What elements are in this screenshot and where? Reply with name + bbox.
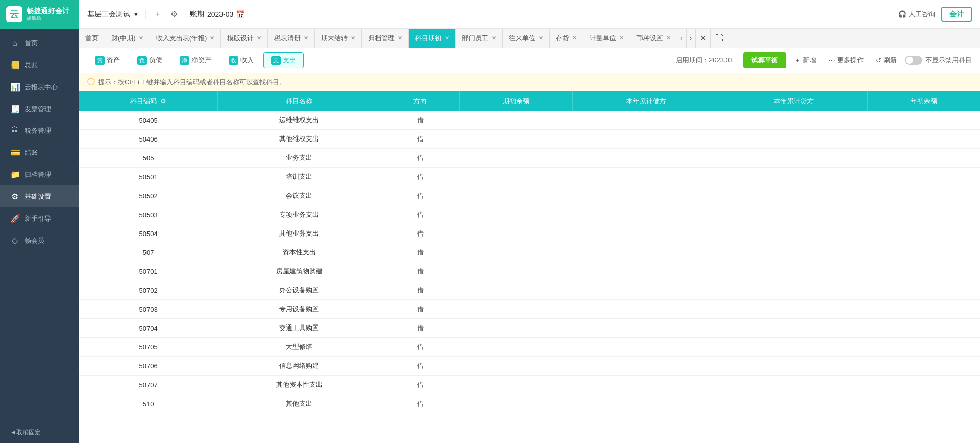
table-row[interactable]: 507 资本性支出 借 bbox=[79, 243, 980, 262]
tab-archive-close[interactable]: ✕ bbox=[398, 35, 402, 41]
table-row[interactable]: 50702 办公设备购置 借 bbox=[79, 281, 980, 300]
tab-subject-close[interactable]: ✕ bbox=[445, 35, 449, 41]
settings-company-button[interactable]: ⚙ bbox=[168, 7, 180, 21]
tab-dept-close[interactable]: ✕ bbox=[492, 35, 496, 41]
cell-dir: 借 bbox=[381, 205, 460, 224]
tab-vendor[interactable]: 往来单位 ✕ bbox=[503, 29, 550, 48]
col-settings-icon[interactable]: ⚙ bbox=[160, 97, 166, 105]
tab-midterm[interactable]: 财(中期) ✕ bbox=[105, 29, 150, 48]
table-row[interactable]: 510 其他支出 借 bbox=[79, 394, 980, 413]
sidebar-item-reports[interactable]: 📊 云报表中心 bbox=[0, 76, 79, 98]
tab-vendor-close[interactable]: ✕ bbox=[538, 35, 543, 41]
sidebar-item-settings[interactable]: ⚙ 基础设置 bbox=[0, 185, 79, 207]
refresh-icon: ↺ bbox=[876, 57, 881, 64]
sidebar-item-archive[interactable]: 📁 归档管理 bbox=[0, 164, 79, 185]
sidebar-footer-collapse[interactable]: ◄取消固定 bbox=[0, 422, 79, 443]
more-button[interactable]: ⋯ 更多操作 bbox=[824, 54, 868, 67]
table-row[interactable]: 50503 专项业务支出 借 bbox=[79, 205, 980, 224]
cell-name: 房屋建筑物购建 bbox=[217, 262, 381, 281]
cell-credit bbox=[720, 111, 868, 130]
tab-unit-close[interactable]: ✕ bbox=[619, 35, 624, 41]
table-row[interactable]: 50406 其他维权支出 借 bbox=[79, 130, 980, 149]
table-row[interactable]: 50501 培训支出 借 bbox=[79, 168, 980, 186]
tab-template-close[interactable]: ✕ bbox=[257, 35, 261, 41]
cell-name: 大型修缮 bbox=[217, 338, 381, 357]
tab-taxform[interactable]: 税表清册 ✕ bbox=[268, 29, 315, 48]
tab-expand-button[interactable]: ⛶ bbox=[710, 29, 727, 48]
cell-balance bbox=[459, 376, 572, 394]
sub-tab-expense[interactable]: 支 支出 bbox=[263, 52, 304, 68]
cell-dir: 借 bbox=[381, 111, 460, 130]
sidebar-item-guide[interactable]: 🚀 新手引导 bbox=[0, 207, 79, 229]
table-row[interactable]: 50706 信息网络购建 借 bbox=[79, 357, 980, 376]
tab-prev-button[interactable]: ‹ bbox=[677, 29, 686, 48]
tab-next-button[interactable]: › bbox=[687, 29, 695, 48]
cell-year bbox=[868, 205, 980, 224]
table-row[interactable]: 50405 运维维权支出 借 bbox=[79, 111, 980, 130]
cell-dir: 借 bbox=[381, 319, 460, 338]
tab-currency-label: 币种设置 bbox=[636, 34, 663, 43]
table-header-row: 科目编码 ⚙ 科目名称 方向 期初余额 本年累计借方 本年累计贷方 年初余额 bbox=[79, 91, 980, 111]
help-button[interactable]: 🎧 人工咨询 bbox=[898, 10, 935, 19]
cell-balance bbox=[459, 168, 572, 186]
tab-period[interactable]: 期末结转 ✕ bbox=[315, 29, 362, 48]
period-value: 2023-03 bbox=[207, 10, 233, 18]
tab-income-close[interactable]: ✕ bbox=[210, 35, 214, 41]
cell-name: 办公设备购置 bbox=[217, 281, 381, 300]
add-button[interactable]: ＋ 新增 bbox=[790, 54, 820, 67]
tab-currency-close[interactable]: ✕ bbox=[666, 35, 671, 41]
tab-period-close[interactable]: ✕ bbox=[351, 35, 355, 41]
refresh-button[interactable]: ↺ 刷新 bbox=[872, 54, 901, 67]
cell-credit bbox=[720, 281, 868, 300]
toggle-control[interactable] bbox=[905, 56, 922, 65]
tab-vendor-label: 往来单位 bbox=[509, 34, 535, 43]
tab-midterm-close[interactable]: ✕ bbox=[139, 35, 143, 41]
account-button[interactable]: 会计 bbox=[941, 7, 972, 22]
cell-credit bbox=[720, 319, 868, 338]
cell-code: 50706 bbox=[79, 357, 217, 376]
tab-archive[interactable]: 归档管理 ✕ bbox=[362, 29, 409, 48]
tab-dept[interactable]: 部门员工 ✕ bbox=[456, 29, 503, 48]
sub-tab-net-asset[interactable]: 净 净资产 bbox=[172, 52, 219, 68]
tab-inventory-close[interactable]: ✕ bbox=[572, 35, 577, 41]
content-area: 资 资产 负 负债 净 净资产 收 收入 支 支出 启用期间：2023.03 bbox=[79, 48, 980, 443]
tab-subject-init[interactable]: 科目期初 ✕ bbox=[409, 29, 456, 48]
cell-credit bbox=[720, 168, 868, 186]
table-row[interactable]: 505 业务支出 借 bbox=[79, 149, 980, 168]
sub-tab-income[interactable]: 收 收入 bbox=[221, 52, 261, 68]
tab-home[interactable]: 首页 bbox=[79, 29, 105, 48]
table-row[interactable]: 50705 大型修缮 借 bbox=[79, 338, 980, 357]
table-row[interactable]: 50502 会议支出 借 bbox=[79, 186, 980, 205]
company-selector[interactable]: 基层工会测试 ▼ bbox=[87, 10, 139, 19]
sidebar-item-invoice[interactable]: 🧾 发票管理 bbox=[0, 98, 79, 120]
cell-name: 交通工具购置 bbox=[217, 319, 381, 338]
cell-dir: 借 bbox=[381, 338, 460, 357]
table-row[interactable]: 50701 房屋建筑物购建 借 bbox=[79, 262, 980, 281]
sidebar-item-tax[interactable]: 🏛 税务管理 bbox=[0, 120, 79, 142]
tab-unit-label: 计量单位 bbox=[590, 34, 616, 43]
subject-table-container: 科目编码 ⚙ 科目名称 方向 期初余额 本年累计借方 本年累计贷方 年初余额 5… bbox=[79, 91, 980, 443]
balance-button[interactable]: 试算平衡 bbox=[743, 52, 786, 68]
cell-balance bbox=[459, 186, 572, 205]
sidebar-item-settle[interactable]: 💳 结账 bbox=[0, 142, 79, 164]
table-row[interactable]: 50504 其他业务支出 借 bbox=[79, 224, 980, 243]
sub-tab-asset[interactable]: 资 资产 bbox=[87, 52, 128, 68]
headset-icon: 🎧 bbox=[898, 10, 906, 18]
add-company-button[interactable]: + bbox=[154, 8, 162, 21]
table-row[interactable]: 50703 专用设备购置 借 bbox=[79, 300, 980, 319]
tab-income[interactable]: 收入支出表(年报) ✕ bbox=[150, 29, 222, 48]
cell-debit bbox=[573, 205, 720, 224]
sidebar-item-home[interactable]: ⌂ 首页 bbox=[0, 33, 79, 54]
col-year: 年初余额 bbox=[868, 91, 980, 111]
tab-taxform-close[interactable]: ✕ bbox=[304, 35, 308, 41]
tab-close-all-button[interactable]: ✕ bbox=[695, 29, 710, 48]
table-row[interactable]: 50704 交通工具购置 借 bbox=[79, 319, 980, 338]
sub-tab-liability[interactable]: 负 负债 bbox=[130, 52, 170, 68]
tab-unit[interactable]: 计量单位 ✕ bbox=[583, 29, 630, 48]
tab-template[interactable]: 模版设计 ✕ bbox=[221, 29, 268, 48]
sidebar-item-ledger[interactable]: 📒 总账 bbox=[0, 54, 79, 76]
sidebar-item-vip[interactable]: ◇ 畅会员 bbox=[0, 229, 79, 251]
tab-currency[interactable]: 币种设置 ✕ bbox=[630, 29, 677, 48]
tab-inventory[interactable]: 存货 ✕ bbox=[550, 29, 583, 48]
table-row[interactable]: 50707 其他资本性支出 借 bbox=[79, 376, 980, 394]
